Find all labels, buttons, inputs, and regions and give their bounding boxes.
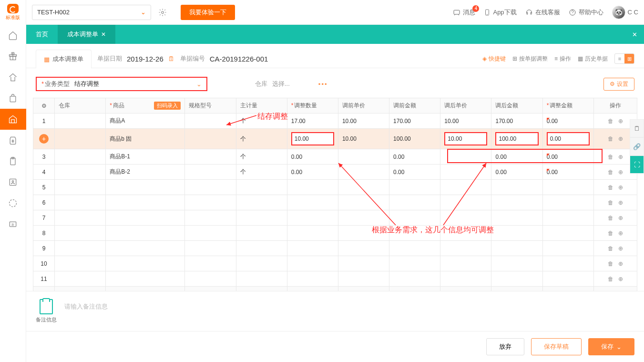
save-button[interactable]: 保存⌄ [588,338,634,355]
copy-icon[interactable]: ⊕ [618,276,623,282]
close-icon[interactable]: ✕ [101,31,106,38]
note-input[interactable] [64,299,634,314]
trial-button[interactable]: 我要体验一下 [181,5,235,20]
help-link[interactable]: 帮助中心 [569,8,603,17]
delete-icon[interactable]: 🗑 [608,154,613,160]
delete-icon[interactable]: 🗑 [608,245,613,252]
by-doc-link[interactable]: ⊞ 按单据调整 [512,55,548,63]
delete-icon[interactable]: 🗑 [608,260,613,267]
settings-button[interactable]: ⚙ 设置 [603,78,634,91]
svg-point-11 [162,11,164,13]
nav-up-icon[interactable] [0,67,26,88]
nav-bag-icon[interactable] [0,88,26,109]
delete-icon[interactable]: 🗑 [608,215,613,221]
ops-link[interactable]: ≡ 操作 [554,55,571,63]
table-row[interactable]: 5🗑⊕ [33,180,637,195]
copy-icon[interactable]: ⊕ [618,135,623,142]
table-row[interactable]: 1商品A个17.0010.00170.0010.00170.000.00🗑⊕ [33,114,637,129]
copy-icon[interactable]: ⊕ [618,154,623,160]
rail-expand-icon[interactable]: ⛶ [630,155,644,174]
filter-row: *业务类型 结存调整 ⌄ 仓库 选择... ••• ⚙ 设置 [26,68,644,98]
app-download-link[interactable]: App下载 [484,8,516,17]
service-link[interactable]: 在线客服 [525,8,560,17]
copy-icon[interactable]: ⊕ [618,215,623,221]
tenant-select[interactable]: TEST-H002 ⌄ [32,5,151,20]
tab-cost-adjust[interactable]: 成本调整单 ✕ [58,25,115,44]
docno-value: CA-20191226-001 [210,55,268,63]
discard-button[interactable]: 放弃 [486,338,524,355]
calendar-icon[interactable]: 🗓 [168,55,174,62]
rail-link-icon[interactable]: 🔗 [630,137,644,155]
svg-rect-12 [454,10,460,14]
delete-icon[interactable]: 🗑 [608,184,613,191]
table-row[interactable]: 11🗑⊕ [33,271,637,287]
copy-icon[interactable]: ⊕ [618,260,623,267]
logo: 标准版 [4,4,21,21]
table-row[interactable]: 9🗑⊕ [33,241,637,256]
nav-new-icon[interactable]: 新 [0,214,26,235]
tab-home[interactable]: 首页 [26,25,58,44]
doc-header: ▦ 成本调整单 单据日期 2019-12-26 🗓 单据编号 CA-201912… [26,44,644,68]
delete-icon[interactable]: 🗑 [608,135,613,142]
scan-button[interactable]: 扫码录入 [154,102,181,110]
table-row[interactable]: 10🗑⊕ [33,256,637,271]
table-row[interactable]: 7🗑⊕ [33,210,637,226]
chevron-down-icon: ⌄ [196,81,202,88]
biz-type-field[interactable]: *业务类型 结存调整 ⌄ [36,77,207,91]
topbar: TEST-H002 ⌄ 我要体验一下 消息 4 App下载 在 [26,0,644,25]
rail-note-icon[interactable]: 🗒 [630,119,644,137]
avatar: 🐼 [612,6,625,19]
nav-money-icon[interactable] [0,130,26,151]
gear-icon[interactable] [156,6,169,19]
gear-column-icon[interactable]: ⚙ [33,98,55,114]
delete-icon[interactable]: 🗑 [608,230,613,237]
more-icon[interactable]: ••• [318,81,328,88]
copy-icon[interactable]: ⊕ [618,199,623,206]
gear-icon: ⚙ [610,81,615,87]
copy-icon[interactable]: ⊕ [618,245,623,252]
view-grid-icon[interactable]: ⊞ [624,54,634,63]
sidebar: 标准版 新 [0,0,26,362]
add-row-icon[interactable]: + [39,134,49,144]
date-value[interactable]: 2019-12-26 [127,55,164,63]
table-row[interactable]: 8🗑⊕ [33,226,637,241]
nav-warehouse-icon[interactable] [0,109,26,130]
history-link[interactable]: ▦ 历史单据 [578,55,608,63]
subtotal-row: 小计 27.00 270.00 270.00 0.00 [33,287,637,291]
doc-tab[interactable]: ▦ 成本调整单 [36,50,92,68]
svg-point-14 [487,14,488,14]
chevron-down-icon: ⌄ [616,343,622,351]
svg-point-8 [10,200,17,207]
note-section: 备注信息 [26,291,644,331]
copy-icon[interactable]: ⊕ [618,230,623,237]
view-list-icon[interactable]: ≡ [615,54,624,63]
view-toggle[interactable]: ≡ ⊞ [614,53,634,64]
table-row[interactable]: 4商品B-2个0.000.000.000.00🗑⊕ [33,165,637,180]
messages-link[interactable]: 消息 4 [453,8,475,17]
nav-person-icon[interactable] [0,172,26,193]
delete-icon[interactable]: 🗑 [608,169,613,176]
tenant-name: TEST-H002 [37,9,70,16]
user-menu[interactable]: 🐼 C C [612,6,638,19]
save-draft-button[interactable]: 保存草稿 [531,338,582,355]
docno-label: 单据编号 [180,54,205,63]
delete-icon[interactable]: 🗑 [608,118,613,124]
shortcut-link[interactable]: ◈ 快捷键 [482,55,506,63]
nav-home-icon[interactable] [0,25,26,46]
delete-icon[interactable]: 🗑 [608,276,613,282]
copy-icon[interactable]: ⊕ [618,169,623,176]
svg-text:新: 新 [11,223,14,226]
table-row[interactable]: 3商品B-1个0.000.000.000.00🗑⊕ [33,149,637,165]
table-row[interactable]: 6🗑⊕ [33,195,637,210]
copy-icon[interactable]: ⊕ [618,184,623,191]
nav-clipboard-icon[interactable] [0,151,26,172]
note-icon [40,299,53,314]
copy-icon[interactable]: ⊕ [618,118,623,124]
close-all-tabs[interactable]: ✕ [625,25,644,44]
nav-gift-icon[interactable] [0,46,26,67]
action-bar: 放弃 保存草稿 保存⌄ [26,331,644,362]
delete-icon[interactable]: 🗑 [608,199,613,206]
warehouse-field[interactable]: 仓库 选择... [255,80,290,88]
nav-loading-icon[interactable] [0,193,26,214]
table-row[interactable]: +商品b 固个10.0010.00100.0010.00100.000.00🗑⊕ [33,129,637,149]
